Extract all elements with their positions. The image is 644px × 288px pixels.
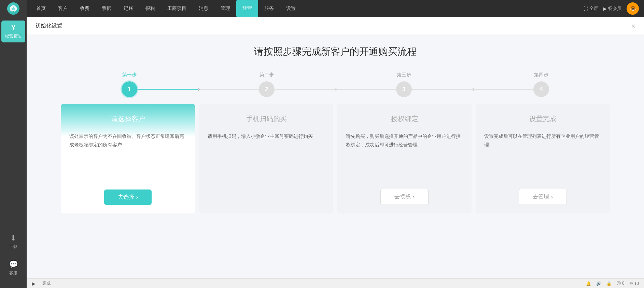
step-header-3: 第三步 3 › bbox=[335, 72, 473, 97]
play-icon: ▶ bbox=[32, 281, 36, 286]
vip-label: 畅会员 bbox=[608, 5, 621, 12]
nav-message[interactable]: 消息 bbox=[193, 0, 214, 17]
card-desc-1: 该处展示的客户为不在回收站、客户状态正常建账后完成老板端绑定的所有客户 bbox=[69, 132, 186, 183]
cards-row: 请选择客户 该处展示的客户为不在回收站、客户状态正常建账后完成老板端绑定的所有客… bbox=[40, 104, 630, 213]
support-icon: 💬 bbox=[9, 260, 18, 269]
vip-btn[interactable]: ▶ 畅会员 bbox=[603, 5, 621, 12]
go-select-label: 去选择 bbox=[118, 194, 134, 201]
go-manage-arrow: › bbox=[551, 194, 553, 200]
nav-fee[interactable]: 收费 bbox=[74, 0, 96, 17]
counter-zero: ⓪ 0 bbox=[617, 280, 624, 286]
card-footer-3: 去授权 › bbox=[346, 189, 463, 205]
step-label-4: 第四步 bbox=[534, 72, 548, 78]
page-header: 初始化设置 × bbox=[27, 17, 644, 35]
step-card-4: 设置完成 设置完成后可以在管理列表进行所有企业用户的经营管理 去管理 › bbox=[476, 104, 610, 213]
steps-header: 第一步 1 › 第二步 bbox=[40, 72, 630, 97]
go-manage-button[interactable]: 去管理 › bbox=[519, 189, 567, 205]
step-header-2: 第二步 2 › bbox=[198, 72, 335, 97]
sidebar-item-download[interactable]: ⬇ 下载 bbox=[1, 230, 25, 253]
step-label-2: 第二步 bbox=[260, 72, 274, 78]
card-desc-2: 请用手机扫码，输入小微企业主账号密码进行购买 bbox=[208, 132, 325, 205]
download-label: 下载 bbox=[9, 244, 17, 250]
support-label: 客服 bbox=[9, 270, 17, 276]
card-title-1: 请选择客户 bbox=[69, 114, 186, 123]
step-label-1: 第一步 bbox=[122, 72, 137, 78]
go-authorize-arrow: › bbox=[413, 194, 415, 200]
content-area: 初始化设置 × 请按照步骤完成新客户的开通购买流程 第一步 1 bbox=[27, 17, 644, 288]
nav-home[interactable]: 首页 bbox=[30, 0, 52, 17]
step-num-3: 3 bbox=[402, 86, 406, 93]
step-card-3: 授权绑定 请先购买，购买后选择开通的产品中的企业用户进行授权绑定，成功后即可进行… bbox=[337, 104, 472, 213]
yen-icon: ¥ bbox=[11, 24, 15, 32]
nav-manage[interactable]: 管理 bbox=[214, 0, 236, 17]
nav-customer[interactable]: 客户 bbox=[52, 0, 74, 17]
card-title-3: 授权绑定 bbox=[346, 114, 463, 123]
step-card-1: 请选择客户 该处展示的客户为不在回收站、客户状态正常建账后完成老板端绑定的所有客… bbox=[61, 104, 195, 213]
nav-service[interactable]: 服务 bbox=[258, 0, 280, 17]
card-title-2: 手机扫码购买 bbox=[208, 114, 325, 123]
card-footer-4: 去管理 › bbox=[484, 189, 601, 205]
step-card-2: 手机扫码购买 请用手机扫码，输入小微企业主账号密码进行购买 bbox=[199, 104, 333, 213]
avatar-icon: 🐯 bbox=[630, 6, 636, 11]
nav-tax[interactable]: 报税 bbox=[139, 0, 161, 17]
avatar[interactable]: 🐯 bbox=[627, 2, 639, 15]
page-title: 初始化设置 bbox=[35, 22, 62, 29]
close-button[interactable]: × bbox=[631, 23, 635, 29]
lock-icon: 🔒 bbox=[606, 281, 612, 286]
main-layout: ¥ 经营管理 ⬇ 下载 💬 客服 初始化设置 × 请按照步骤完成新客户的开通购买… bbox=[0, 17, 644, 288]
go-authorize-button[interactable]: 去授权 › bbox=[380, 189, 429, 205]
step-num-4: 4 bbox=[540, 86, 543, 93]
card-footer-1: 去选择 › bbox=[69, 189, 186, 205]
go-authorize-label: 去授权 bbox=[394, 193, 411, 200]
go-select-button[interactable]: 去选择 › bbox=[104, 189, 152, 205]
nav-items: 首页 客户 收费 票据 记账 报税 工商项目 消息 管理 经营 服务 设置 bbox=[27, 0, 584, 17]
download-icon: ⬇ bbox=[10, 234, 16, 243]
vip-icon: ▶ bbox=[603, 6, 607, 11]
card-desc-3: 请先购买，购买后选择开通的产品中的企业用户进行授权绑定，成功后即可进行经营管理 bbox=[346, 132, 463, 182]
nav-right: ⛶ 全屏 ▶ 畅会员 🐯 bbox=[584, 2, 644, 15]
sidebar-item-operation[interactable]: ¥ 经营管理 bbox=[1, 21, 25, 42]
card-desc-4: 设置完成后可以在管理列表进行所有企业用户的经营管理 bbox=[484, 132, 601, 182]
wizard-container: 请按照步骤完成新客户的开通购买流程 第一步 1 › bbox=[27, 35, 644, 278]
notification-icon: 🔔 bbox=[586, 281, 591, 286]
status-bar-right: 🔔 🔊 🔒 ⓪ 0 ⑩ 10 bbox=[586, 280, 639, 286]
step-header-1: 第一步 1 › bbox=[61, 72, 198, 97]
nav-operation[interactable]: 经营 bbox=[236, 0, 258, 17]
fullscreen-icon: ⛶ bbox=[584, 6, 588, 11]
status-text: 完成 bbox=[42, 280, 51, 286]
step-header-4: 第四步 4 bbox=[473, 72, 610, 97]
go-select-arrow: › bbox=[136, 194, 138, 200]
fullscreen-label: 全屏 bbox=[589, 5, 598, 12]
volume-icon: 🔊 bbox=[596, 281, 601, 286]
nav-ticket[interactable]: 票据 bbox=[96, 0, 117, 17]
card-title-4: 设置完成 bbox=[484, 114, 601, 123]
step-num-2: 2 bbox=[265, 86, 268, 93]
sidebar-label-operation: 经营管理 bbox=[5, 33, 22, 39]
counter-ten: ⑩ 10 bbox=[629, 281, 639, 286]
wizard-title: 请按照步骤完成新客户的开通购买流程 bbox=[40, 45, 630, 58]
status-bar: ▶ 完成 🔔 🔊 🔒 ⓪ 0 ⑩ 10 bbox=[27, 278, 644, 288]
top-nav: 首页 客户 收费 票据 记账 报税 工商项目 消息 管理 经营 服务 设置 ⛶ … bbox=[0, 0, 644, 17]
nav-account[interactable]: 记账 bbox=[117, 0, 139, 17]
sidebar: ¥ 经营管理 ⬇ 下载 💬 客服 bbox=[0, 17, 27, 288]
step-label-3: 第三步 bbox=[397, 72, 411, 78]
nav-business[interactable]: 工商项目 bbox=[161, 0, 193, 17]
go-manage-label: 去管理 bbox=[533, 193, 549, 200]
sidebar-item-support[interactable]: 💬 客服 bbox=[1, 257, 25, 279]
fullscreen-btn[interactable]: ⛶ 全屏 bbox=[584, 5, 598, 12]
sidebar-bottom: ⬇ 下载 💬 客服 bbox=[1, 230, 25, 288]
nav-settings[interactable]: 设置 bbox=[280, 0, 302, 17]
logo-area bbox=[0, 0, 27, 17]
logo-icon bbox=[7, 2, 19, 15]
